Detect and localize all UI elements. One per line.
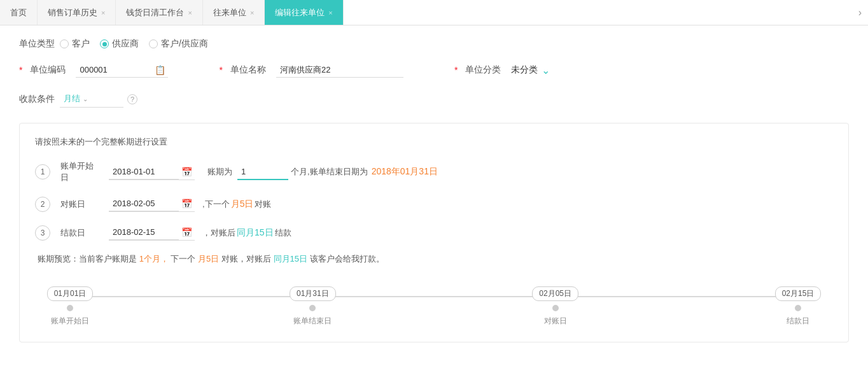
radio-customer-circle: [60, 39, 69, 48]
period-date-2-input[interactable]: [109, 196, 179, 211]
unit-code-label: 单位编码: [30, 64, 66, 76]
unit-name-input[interactable]: [276, 62, 403, 78]
radio-supplier[interactable]: 供应商: [100, 38, 139, 50]
radio-supplier-label: 供应商: [112, 38, 139, 50]
timeline-node-4: 02月15日: [769, 286, 827, 311]
tab-partner-label: 往来单位: [213, 7, 246, 18]
unit-info-row: * 单位编码 📋 * 单位名称 * 单位分类 未分类 ⌄: [19, 62, 849, 78]
period-date-3-wrapper: 📅: [109, 225, 195, 241]
period-date-1-input[interactable]: [109, 164, 179, 179]
period-suffix: 个月,账单结束日期为: [291, 166, 368, 178]
timeline-node-3: 02月05日: [527, 286, 584, 311]
period-row2-post: 对账: [255, 199, 271, 210]
radio-both[interactable]: 客户/供应商: [149, 38, 208, 50]
unit-type-radio-group: 客户 供应商 客户/供应商: [60, 38, 208, 50]
timeline-dot-4: [795, 305, 801, 311]
preview-mid1: 下一个: [171, 254, 195, 264]
unit-category-label: 单位分类: [465, 64, 501, 76]
period-end-date: 2018年01月31日: [372, 166, 438, 178]
period-row-2: 2 对账日 📅 ,下一个 月5日 对账: [35, 196, 833, 212]
unit-code-group: * 单位编码 📋: [19, 62, 168, 78]
radio-customer[interactable]: 客户: [60, 38, 90, 50]
unit-type-row: 单位类型 客户 供应商 客户/供应商: [19, 38, 849, 50]
tab-edit-partner-label: 编辑往来单位: [275, 7, 325, 18]
preview-text: 账期预览：当前客户账期是 1个月， 下一个 月5日 对账，对账后 同月15日 该…: [35, 253, 833, 265]
period-date-1-calendar-icon[interactable]: 📅: [179, 167, 195, 177]
unit-code-icon[interactable]: 📋: [152, 65, 168, 75]
payment-terms-label: 收款条件: [19, 94, 55, 105]
unit-name-star: *: [219, 65, 222, 75]
period-date-2-calendar-icon[interactable]: 📅: [179, 199, 195, 209]
unit-type-label: 单位类型: [19, 38, 55, 50]
tab-cash-close-icon[interactable]: ×: [188, 9, 192, 17]
tab-cash-work[interactable]: 钱货日清工作台 ×: [116, 0, 202, 25]
timeline-label-3: 对账日: [527, 315, 584, 327]
timeline-pill-2: 01月31日: [290, 286, 336, 301]
payment-terms-chevron-icon: ⌄: [83, 95, 88, 102]
tab-expand-button[interactable]: ›: [852, 0, 868, 25]
unit-name-group: * 单位名称: [219, 62, 403, 78]
period-row3-pre: ，对账后: [202, 227, 235, 239]
main-content: 单位类型 客户 供应商 客户/供应商 * 单位编码 📋: [0, 25, 868, 387]
tab-sales-label: 销售订单历史: [48, 7, 97, 18]
tab-home-label: 首页: [10, 7, 27, 18]
period-date-2-wrapper: 📅: [109, 196, 195, 212]
timeline-node-2: 01月31日: [284, 286, 341, 311]
preview-prefix: 账期预览：当前客户账期是: [38, 254, 137, 264]
tab-edit-partner-close-icon[interactable]: ×: [328, 9, 332, 17]
payment-terms-select[interactable]: 月结 ⌄: [60, 90, 123, 108]
tab-home[interactable]: 首页: [0, 0, 38, 25]
period-row-3: 3 结款日 📅 ，对账后 同月15日 结款: [35, 225, 833, 241]
timeline-dot-2: [309, 305, 316, 311]
tab-cash-label: 钱货日清工作台: [126, 7, 184, 18]
period-date-3-calendar-icon[interactable]: 📅: [179, 227, 195, 237]
timeline-label-2: 账单结束日: [284, 315, 341, 327]
preview-mid2: 对账，对账后: [221, 254, 271, 264]
tab-partner[interactable]: 往来单位 ×: [203, 0, 265, 25]
timeline-label-4: 结款日: [769, 315, 827, 327]
period-row3-post: 结款: [275, 227, 291, 239]
period-months-input[interactable]: [237, 164, 288, 180]
preview-suffix: 该客户会给我打款。: [310, 254, 384, 264]
timeline-labels: 账单开始日 账单结束日 对账日 结款日: [41, 315, 827, 327]
timeline-dot-3: [552, 305, 559, 311]
period-date-3-input[interactable]: [109, 225, 179, 240]
tab-sales-history[interactable]: 销售订单历史 ×: [38, 0, 116, 25]
radio-both-circle: [149, 39, 158, 48]
period-label-3: 结款日: [60, 227, 99, 239]
unit-category-value: 未分类: [511, 64, 538, 76]
tab-edit-partner[interactable]: 编辑往来单位 ×: [265, 0, 343, 25]
period-row3-highlight: 同月15日: [237, 227, 274, 239]
timeline-area: 01月01日 01月31日 02月05日: [35, 280, 833, 329]
help-icon[interactable]: ?: [127, 94, 137, 104]
preview-highlight2: 月5日: [198, 254, 219, 264]
period-label-2: 对账日: [60, 199, 99, 210]
unit-category-group: * 单位分类 未分类 ⌄: [454, 64, 550, 76]
timeline-node-1: 01月01日: [41, 286, 99, 311]
timeline-pill-4: 02月15日: [775, 286, 822, 301]
unit-name-label: 单位名称: [230, 64, 266, 76]
preview-highlight1: 1个月，: [139, 254, 169, 264]
radio-customer-label: 客户: [72, 38, 90, 50]
timeline-dot-1: [67, 305, 73, 311]
period-settings-card: 请按照未来的一个完整帐期进行设置 1 账单开始日 📅 账期为 个月,账单结束日期…: [19, 123, 849, 342]
period-row-1: 1 账单开始日 📅 账期为 个月,账单结束日期为 2018年01月31日: [35, 160, 833, 183]
radio-both-label: 客户/供应商: [161, 38, 208, 50]
period-date-1-wrapper: 📅: [109, 164, 195, 180]
unit-code-star: *: [19, 65, 22, 75]
period-period-label: 账期为: [207, 166, 232, 178]
unit-code-input[interactable]: [76, 62, 152, 77]
period-row2-pre: ,下一个: [202, 199, 230, 210]
unit-category-chevron-icon: ⌄: [542, 64, 550, 76]
period-card-title: 请按照未来的一个完整帐期进行设置: [35, 136, 833, 148]
period-row2-highlight: 月5日: [231, 199, 254, 210]
tab-partner-close-icon[interactable]: ×: [250, 9, 254, 17]
tab-sales-close-icon[interactable]: ×: [101, 9, 105, 17]
radio-supplier-circle: [100, 39, 109, 48]
unit-code-input-wrapper: 📋: [76, 62, 168, 78]
tab-bar: 首页 销售订单历史 × 钱货日清工作台 × 往来单位 × 编辑往来单位 × ›: [0, 0, 868, 25]
timeline-pill-3: 02月05日: [532, 286, 578, 301]
period-num-2: 2: [35, 197, 50, 212]
timeline-pill-1: 01月01日: [47, 286, 94, 301]
unit-category-select[interactable]: 未分类 ⌄: [511, 64, 550, 76]
